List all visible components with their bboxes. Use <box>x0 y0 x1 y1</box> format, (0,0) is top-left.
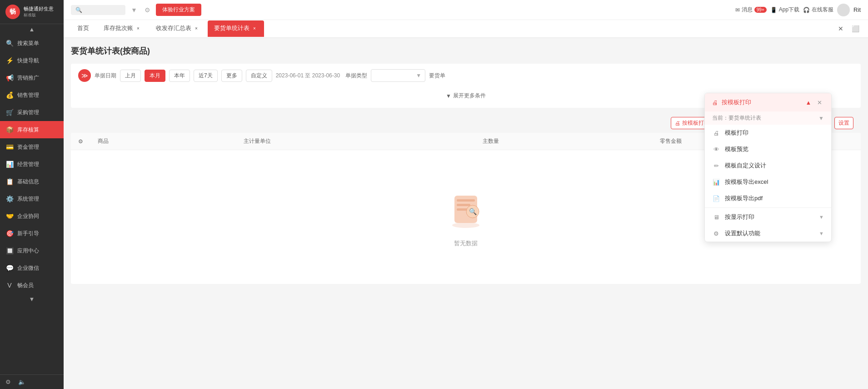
column-settings-icon[interactable]: ⚙ <box>78 138 83 145</box>
col-quantity: 主数量 <box>475 133 652 150</box>
dropdown-collapse-btn[interactable]: ▲ <box>804 98 813 107</box>
sidebar-item-purchase[interactable]: 🛒 采购管理 <box>0 104 64 121</box>
sidebar-bottom: ⚙ 🔈 <box>0 374 64 389</box>
close-tab-order-summary[interactable]: × <box>251 25 258 31</box>
order-type-select[interactable]: ▼ <box>371 69 425 82</box>
phone-icon: 📱 <box>770 7 777 13</box>
main-area: 🔍 ▼ ⚙ 体验行业方案 ✉ 消息 99+ 📱 App下载 🎧 在线客服 Rit <box>64 0 868 389</box>
top-bar: 🔍 ▼ ⚙ 体验行业方案 ✉ 消息 99+ 📱 App下载 🎧 在线客服 Rit <box>64 0 868 20</box>
tab-home[interactable]: 首页 <box>71 20 95 37</box>
tab-order-summary[interactable]: 要货单统计表 × <box>208 20 264 37</box>
close-tab-receivable-summary[interactable]: × <box>193 25 200 31</box>
empty-illustration: 🔍 <box>443 187 489 232</box>
svg-point-0 <box>452 222 479 228</box>
date-range: 2023-06-01 至 2023-06-30 <box>276 72 340 80</box>
logo-badge: 标准版 <box>24 12 54 18</box>
order-status-label: 要货单 <box>429 72 445 80</box>
date-btn-custom[interactable]: 自定义 <box>246 70 272 82</box>
col-unit: 主计量单位 <box>236 133 476 150</box>
quick-nav-icon: ⚡ <box>5 56 14 65</box>
scroll-up-btn[interactable]: ▲ <box>0 24 64 35</box>
sidebar: 畅 畅捷通好生意 标准版 ▲ 🔍 搜索菜单 ⚡ 快捷导航 📢 营销推广 💰 销售… <box>0 0 64 389</box>
filter-expand-btn[interactable]: ≫ <box>78 69 91 82</box>
sidebar-item-guide[interactable]: 🎯 新手引导 <box>0 225 64 242</box>
tab-inventory-batch[interactable]: 库存批次账 × <box>97 20 148 37</box>
sidebar-item-collab[interactable]: 🤝 企业协同 <box>0 207 64 225</box>
user-avatar[interactable] <box>837 4 850 16</box>
dropdown-sub-set-default[interactable]: ⚙ 设置默认功能 ▼ <box>705 225 831 242</box>
dropdown-arrow[interactable]: ▼ <box>131 6 137 14</box>
sidebar-item-member[interactable]: V 畅会员 <box>0 277 64 294</box>
sidebar-item-marketing[interactable]: 📢 营销推广 <box>0 69 64 86</box>
dropdown-divider-1 <box>705 207 831 208</box>
col-goods: 商品 <box>90 133 236 150</box>
date-btn-this-month[interactable]: 本月 <box>145 70 165 82</box>
sound-icon[interactable]: 🔈 <box>18 379 25 385</box>
message-icon: ✉ <box>735 7 740 13</box>
sidebar-item-basic[interactable]: 📋 基础信息 <box>0 173 64 190</box>
pdf-item-icon: 📄 <box>712 194 720 202</box>
operations-icon: 📊 <box>5 160 14 168</box>
online-service-btn[interactable]: 🎧 在线客服 <box>803 6 833 14</box>
message-btn[interactable]: ✉ 消息 99+ <box>735 6 767 14</box>
dropdown-sub-display-print[interactable]: 🖥 按显示打印 ▼ <box>705 209 831 225</box>
headset-icon: 🎧 <box>803 7 810 13</box>
tab-receivable-summary[interactable]: 收发存汇总表 × <box>150 20 206 37</box>
sidebar-item-quick-nav[interactable]: ⚡ 快捷导航 <box>0 52 64 69</box>
basic-icon: 📋 <box>5 177 14 186</box>
design-item-icon: ✏ <box>712 162 720 170</box>
dropdown-item-custom-design[interactable]: ✏ 模板自定义设计 <box>705 157 831 174</box>
dropdown-item-export-pdf[interactable]: 📄 按模板导出pdf <box>705 190 831 207</box>
sidebar-item-finance[interactable]: 💳 资金管理 <box>0 138 64 156</box>
trial-btn[interactable]: 体验行业方案 <box>156 4 201 16</box>
sidebar-item-apps[interactable]: 🔲 应用中心 <box>0 242 64 259</box>
guide-icon: 🎯 <box>5 229 14 237</box>
svg-rect-2 <box>457 199 475 202</box>
col-settings: ⚙ <box>71 133 90 150</box>
date-btn-last-month[interactable]: 上月 <box>120 70 141 82</box>
dropdown-item-export-excel[interactable]: 📊 按模板导出excel <box>705 174 831 190</box>
maximize-window-btn[interactable]: ⬜ <box>850 23 861 34</box>
logo-text-block: 畅捷通好生意 标准版 <box>24 5 54 18</box>
display-print-icon: 🖥 <box>712 213 720 221</box>
dropdown-item-preview-template[interactable]: 👁 模板预览 <box>705 141 831 157</box>
dropdown-item-print-template[interactable]: 🖨 模板打印 <box>705 125 831 141</box>
scroll-down-btn[interactable]: ▼ <box>0 294 64 304</box>
expand-icon: ▼ <box>446 93 451 99</box>
sidebar-item-operations[interactable]: 📊 经营管理 <box>0 156 64 173</box>
close-window-btn[interactable]: ✕ <box>835 23 846 34</box>
sidebar-item-wechat[interactable]: 💬 企业微信 <box>0 259 64 277</box>
settings-config-btn[interactable]: 设置 <box>834 117 853 129</box>
dropdown-close-btn[interactable]: ✕ <box>815 98 824 107</box>
logo-name: 畅捷通好生意 <box>24 5 54 12</box>
global-search[interactable]: 🔍 <box>71 5 125 15</box>
page-title: 要货单统计表(按商品) <box>71 45 861 56</box>
logo-icon: 畅 <box>5 5 20 19</box>
date-btn-7days[interactable]: 近7天 <box>194 70 218 82</box>
app-download-btn[interactable]: 📱 App下载 <box>770 6 799 14</box>
sidebar-item-system[interactable]: ⚙️ 系统管理 <box>0 190 64 207</box>
sidebar-logo: 畅 畅捷通好生意 标准版 <box>0 0 64 24</box>
close-tab-inventory-batch[interactable]: × <box>135 25 141 31</box>
preview-item-icon: 👁 <box>712 145 720 153</box>
search-icon: 🔍 <box>5 39 14 47</box>
apps-icon: 🔲 <box>5 247 14 255</box>
date-btn-more[interactable]: 更多 <box>221 70 242 82</box>
sidebar-item-inventory[interactable]: 📦 库存核算 <box>0 121 64 138</box>
settings-icon[interactable]: ⚙ <box>5 379 11 385</box>
sales-icon: 💰 <box>5 91 14 99</box>
sidebar-item-sales[interactable]: 💰 销售管理 <box>0 86 64 104</box>
date-btn-this-year[interactable]: 本年 <box>169 70 190 82</box>
marketing-icon: 📢 <box>5 74 14 82</box>
dropdown-current-template: 当前：要货单统计表 ▼ <box>705 111 831 125</box>
username: Rit <box>853 6 861 13</box>
current-template-arrow-icon: ▼ <box>818 115 824 121</box>
svg-rect-3 <box>457 204 470 206</box>
member-icon: V <box>5 281 14 289</box>
message-badge: 99+ <box>754 7 767 13</box>
excel-item-icon: 📊 <box>712 178 720 186</box>
settings-gear-icon[interactable]: ⚙ <box>145 6 150 14</box>
top-bar-actions: ✉ 消息 99+ 📱 App下载 🎧 在线客服 Rit <box>735 4 861 16</box>
tab-bar: 首页 库存批次账 × 收发存汇总表 × 要货单统计表 × ✕ ⬜ <box>64 20 868 38</box>
sidebar-item-search[interactable]: 🔍 搜索菜单 <box>0 35 64 52</box>
